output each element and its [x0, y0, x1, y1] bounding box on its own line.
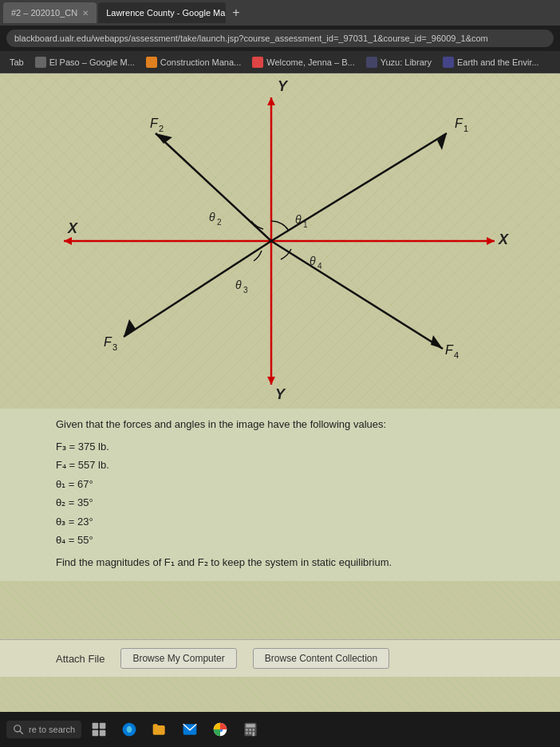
- problem-text: Given that the forces and angles in the …: [0, 409, 560, 581]
- edge-icon: [121, 721, 137, 737]
- force-diagram: X X Y Y F 1 F 2 F 3 F 4: [0, 73, 560, 409]
- task-view-icon: [91, 721, 107, 737]
- bookmark-welcome-label: Welcome, Jenna – B...: [266, 57, 354, 67]
- edge-browser-icon[interactable]: [116, 717, 142, 742]
- taskbar: re to search: [0, 712, 560, 747]
- svg-rect-41: [100, 723, 105, 729]
- file-explorer-button[interactable]: [147, 717, 172, 742]
- tab-1[interactable]: #2 – 202010_CN ✕: [3, 2, 97, 23]
- browse-collection-button[interactable]: Browse Content Collection: [253, 648, 389, 669]
- tab-bar: #2 – 202010_CN ✕ Lawrence County - Googl…: [0, 0, 560, 26]
- taskbar-search[interactable]: re to search: [6, 721, 81, 738]
- mail-button[interactable]: [177, 717, 203, 742]
- svg-rect-40: [93, 723, 99, 729]
- bookmark-welcome[interactable]: Welcome, Jenna – B...: [249, 55, 357, 69]
- attach-file-label: Attach File: [56, 653, 105, 665]
- svg-text:4: 4: [317, 262, 322, 271]
- mail-icon: [182, 721, 198, 737]
- svg-text:F: F: [150, 117, 159, 130]
- bookmark-tab-label: Tab: [10, 57, 24, 67]
- svg-rect-53: [249, 732, 251, 734]
- browser-chrome: #2 – 202010_CN ✕ Lawrence County - Googl…: [0, 0, 560, 73]
- bookmark-earth-icon: [443, 57, 454, 68]
- value-F3: F₃ = 375 lb.: [56, 439, 536, 455]
- svg-text:1: 1: [303, 220, 308, 229]
- calculator-icon: [243, 721, 258, 737]
- svg-text:F: F: [104, 335, 112, 349]
- svg-text:X: X: [498, 231, 509, 247]
- svg-rect-50: [249, 729, 251, 731]
- svg-text:2: 2: [217, 218, 222, 227]
- svg-text:1: 1: [463, 124, 468, 133]
- value-theta2: θ₂ = 35°: [56, 495, 536, 511]
- tab-2[interactable]: Lawrence County - Google Maps ✕: [98, 2, 226, 23]
- svg-text:Y: Y: [275, 386, 286, 402]
- search-icon: [13, 724, 24, 735]
- bookmark-elpaso-icon: [35, 57, 46, 68]
- browse-computer-button[interactable]: Browse My Computer: [120, 648, 236, 669]
- tab-1-label: #2 – 202010_CN: [11, 8, 77, 18]
- svg-point-38: [14, 725, 21, 732]
- svg-text:3: 3: [112, 342, 117, 352]
- bookmark-construction[interactable]: Construction Mana...: [143, 55, 245, 69]
- chrome-button[interactable]: [207, 717, 233, 742]
- svg-rect-48: [246, 724, 255, 727]
- svg-text:F: F: [445, 343, 454, 357]
- svg-text:θ: θ: [209, 211, 215, 223]
- diagram-container: X X Y Y F 1 F 2 F 3 F 4: [0, 73, 560, 409]
- svg-text:θ: θ: [295, 213, 302, 226]
- bookmark-yuzu[interactable]: Yuzu: Library: [363, 55, 435, 69]
- value-F4: F₄ = 557 lb.: [56, 457, 536, 473]
- bookmark-yuzu-icon: [366, 57, 377, 68]
- svg-rect-49: [246, 729, 248, 731]
- bottom-toolbar: Attach File Browse My Computer Browse Co…: [0, 639, 560, 677]
- chrome-icon: [212, 721, 228, 737]
- svg-text:θ: θ: [310, 255, 316, 267]
- new-tab-button[interactable]: +: [227, 6, 244, 20]
- bookmark-elpaso[interactable]: El Paso – Google M...: [32, 55, 138, 69]
- svg-rect-43: [100, 730, 105, 737]
- problem-question: Find the magnitudes of F₁ and F₂ to keep…: [56, 555, 536, 571]
- svg-text:F: F: [455, 117, 463, 130]
- content-area: X X Y Y F 1 F 2 F 3 F 4: [0, 73, 560, 712]
- svg-text:θ: θ: [235, 279, 242, 291]
- bookmark-tab[interactable]: Tab: [6, 56, 27, 69]
- svg-rect-52: [246, 732, 248, 734]
- svg-rect-42: [93, 730, 99, 737]
- svg-text:4: 4: [454, 350, 459, 360]
- tab-1-close[interactable]: ✕: [82, 9, 89, 18]
- bookmark-construction-icon: [146, 57, 157, 68]
- svg-line-39: [20, 731, 23, 734]
- problem-intro: Given that the forces and angles in the …: [56, 417, 536, 433]
- tab-2-label: Lawrence County - Google Maps: [106, 8, 226, 18]
- bookmarks-bar: Tab El Paso – Google M... Construction M…: [0, 51, 560, 73]
- bookmark-construction-label: Construction Mana...: [160, 57, 242, 67]
- calculator-button[interactable]: [238, 717, 263, 742]
- svg-rect-54: [253, 732, 255, 736]
- address-bar: [0, 26, 560, 51]
- address-input[interactable]: [6, 30, 554, 47]
- value-theta3: θ₃ = 23°: [56, 514, 536, 530]
- bookmark-earth-label: Earth and the Envir...: [457, 57, 539, 67]
- svg-text:X: X: [67, 220, 78, 236]
- bookmark-welcome-icon: [252, 57, 263, 68]
- svg-text:3: 3: [243, 286, 248, 294]
- taskbar-search-text: re to search: [29, 725, 75, 734]
- bookmark-earth[interactable]: Earth and the Envir...: [440, 55, 542, 69]
- task-view-button[interactable]: [86, 717, 112, 742]
- svg-text:2: 2: [159, 124, 164, 133]
- folder-icon: [152, 721, 168, 737]
- bookmark-yuzu-label: Yuzu: Library: [381, 57, 432, 67]
- value-theta1: θ₁ = 67°: [56, 476, 536, 492]
- value-theta4: θ₄ = 55°: [56, 532, 536, 548]
- svg-rect-51: [253, 729, 255, 731]
- bookmark-elpaso-label: El Paso – Google M...: [49, 57, 135, 67]
- svg-text:Y: Y: [278, 78, 289, 94]
